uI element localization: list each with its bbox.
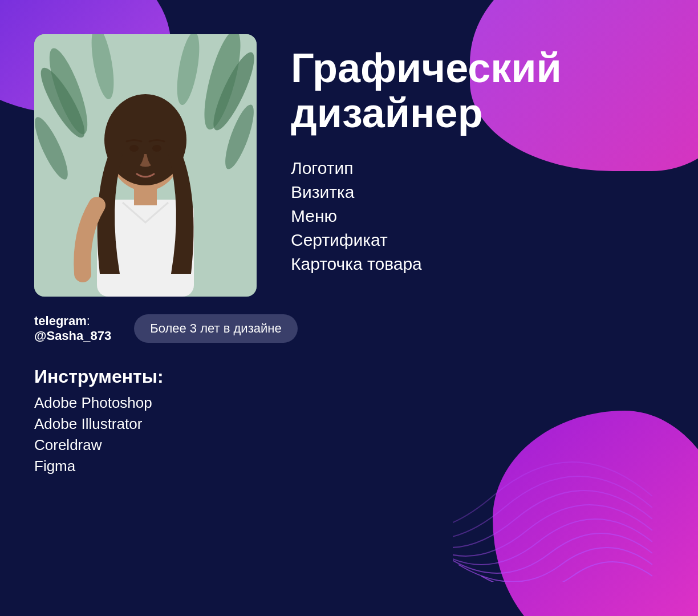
top-section: Графический дизайнер Логотип Визитка Мен… [34, 34, 664, 297]
service-item-3: Меню [291, 206, 664, 226]
tool-item-2: Adobe Illustrator [34, 415, 664, 433]
profile-photo [34, 34, 257, 297]
telegram-info: telegram: @Sasha_873 [34, 314, 111, 343]
tool-item-4: Figma [34, 457, 664, 475]
telegram-row: telegram: @Sasha_873 Более 3 лет в дизай… [34, 314, 664, 343]
svg-point-14 [152, 145, 161, 152]
tools-list: Adobe Photoshop Adobe Illustrator Coreld… [34, 394, 664, 475]
tool-item-1: Adobe Photoshop [34, 394, 664, 412]
tools-section: Инструменты: Adobe Photoshop Adobe Illus… [34, 366, 664, 475]
tools-title: Инструменты: [34, 366, 664, 387]
page-content: Графический дизайнер Логотип Визитка Мен… [0, 0, 698, 616]
service-item-4: Сертификат [291, 230, 664, 250]
telegram-handle: @Sasha_873 [34, 329, 111, 343]
service-item-1: Логотип [291, 159, 664, 178]
right-section: Графический дизайнер Логотип Визитка Мен… [291, 34, 664, 274]
telegram-label: telegram [34, 314, 87, 328]
tool-item-3: Coreldraw [34, 436, 664, 454]
service-item-5: Карточка товара [291, 254, 664, 274]
experience-badge: Более 3 лет в дизайне [134, 314, 297, 343]
services-list: Логотип Визитка Меню Сертификат Карточка… [291, 159, 664, 274]
bottom-section: telegram: @Sasha_873 Более 3 лет в дизай… [34, 314, 664, 475]
svg-point-13 [129, 145, 139, 152]
page-title: Графический дизайнер [291, 46, 664, 136]
photo-placeholder [34, 34, 257, 297]
service-item-2: Визитка [291, 183, 664, 202]
